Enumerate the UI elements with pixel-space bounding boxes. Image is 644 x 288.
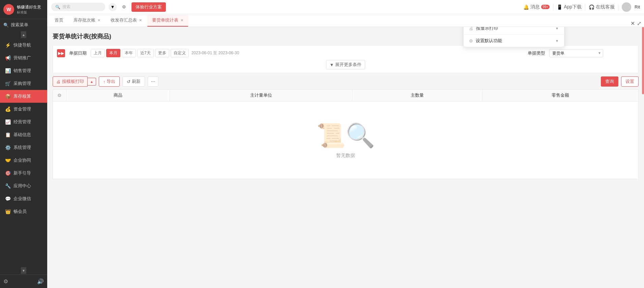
refresh-btn[interactable]: ↺ 刷新 [122, 76, 145, 87]
window-expand-btn[interactable]: ⤢ [637, 20, 641, 27]
tab-receivable-summary-label: 收发存汇总表 [111, 17, 137, 23]
scroll-down-btn[interactable]: ▼ [21, 267, 26, 274]
settings-btn[interactable]: 设置 [621, 76, 639, 87]
tab-home-label: 首页 [55, 17, 63, 23]
table-header-settings[interactable]: ⚙ [53, 90, 66, 101]
sidebar-scroll-down[interactable]: ▼ [0, 266, 47, 275]
date-btn-last-7days[interactable]: 近7天 [137, 49, 154, 57]
sidebar-nav: ⚡ 快捷导航 📢 营销推广 📊 销售管理 🛒 采购管理 📦 库存核算 💰 资金管… [0, 39, 47, 266]
sidebar-search[interactable]: 🔍 搜索菜单 [0, 19, 47, 31]
date-btn-last-month[interactable]: 上月 [91, 49, 105, 57]
sidebar-item-operations[interactable]: 📈 经营管理 [0, 116, 47, 128]
wechat-icon: 💬 [5, 196, 11, 202]
sidebar-item-inventory[interactable]: 📦 库存核算 [0, 90, 47, 103]
tab-order-stats-close[interactable]: ✕ [180, 18, 183, 23]
sidebar-item-wechat[interactable]: 💬 企业微信 [0, 192, 47, 205]
table-settings-icon[interactable]: ⚙ [57, 93, 62, 98]
more-btn[interactable]: ··· [148, 76, 158, 87]
tab-home[interactable]: 首页 [50, 14, 68, 27]
table-header-row: ⚙ 商品 主计量单位 主数量 零售金额 [53, 90, 639, 101]
date-btn-more[interactable]: 更多 [155, 49, 169, 57]
sidebar-item-collab[interactable]: 🤝 企业协同 [0, 154, 47, 167]
sound-footer-icon[interactable]: 🔊 [37, 278, 44, 285]
page-content: 要货单统计表(按商品) ▶▶ 单据日期 上月 本月 本年 近7天 更多 自定义 … [47, 27, 644, 288]
user-name[interactable]: Rit [635, 4, 640, 9]
print-main-icon: 🖨 [56, 79, 61, 84]
date-btn-custom[interactable]: 自定义 [171, 49, 189, 57]
print-main-btn[interactable]: 🖨 按模板打印 [53, 76, 88, 87]
topbar-search-icon: 🔍 [55, 5, 60, 9]
print-dropdown-default-section: ⚙ 设置默认功能 ▼ [464, 34, 564, 47]
tab-inventory-batch-close[interactable]: ✕ [97, 18, 100, 23]
query-btn[interactable]: 查询 [601, 76, 618, 87]
filter-bar: ▶▶ 单据日期 上月 本月 本年 近7天 更多 自定义 2023-06-01 至… [53, 45, 639, 73]
table-body: 📜🔍 暂无数据 [53, 101, 639, 179]
finance-icon: 💰 [5, 106, 11, 112]
export-btn[interactable]: ↑ 导出 [99, 76, 120, 87]
scroll-up-btn[interactable]: ▲ [21, 31, 26, 38]
sidebar-item-label: 企业微信 [13, 196, 31, 202]
topbar-dropdown-btn[interactable]: ▼ [109, 3, 117, 11]
sidebar-item-system[interactable]: ⚙️ 系统管理 [0, 141, 47, 154]
sidebar-item-vip[interactable]: 👑 畅会员 [0, 205, 47, 218]
quick-nav-icon: ⚡ [5, 42, 11, 48]
user-avatar[interactable] [622, 2, 631, 12]
tab-inventory-batch[interactable]: 库存批次账 ✕ [69, 14, 105, 27]
customer-service-wrap[interactable]: 🎧 在线客服 [589, 4, 615, 10]
sidebar-item-marketing[interactable]: 📢 营销推广 [0, 52, 47, 64]
print-arrow-btn[interactable]: ▲ [88, 78, 96, 86]
sidebar-item-finance[interactable]: 💰 资金管理 [0, 103, 47, 116]
settings-footer-icon[interactable]: ⚙ [3, 278, 8, 285]
trial-button[interactable]: 体验行业方案 [131, 2, 166, 12]
order-type-select-wrap: 要货单 ▼ [549, 49, 603, 57]
app-download-icon: 📱 [557, 4, 562, 10]
expand-more-btn[interactable]: ▼ 展开更多条件 [326, 60, 365, 69]
sidebar-item-label: 采购管理 [13, 81, 31, 87]
topbar-divider-2 [585, 4, 585, 10]
sales-icon: 📊 [5, 68, 11, 74]
date-btn-this-month[interactable]: 本月 [106, 49, 120, 57]
sidebar-logo: W 畅赚通好生意 标准版 [0, 0, 47, 19]
set-default-icon: ⚙ [469, 38, 473, 43]
topbar-search-box[interactable]: 🔍 搜索 [51, 3, 105, 11]
notification-icon-wrap[interactable]: 🔔 消息 99+ [523, 4, 550, 10]
sidebar-item-appstore[interactable]: 🔧 应用中心 [0, 180, 47, 192]
app-name: 畅赚通好生意 [17, 4, 41, 10]
search-icon: 🔍 [3, 23, 9, 28]
sidebar-item-sales[interactable]: 📊 销售管理 [0, 64, 47, 77]
sidebar-item-basic[interactable]: 📋 基础信息 [0, 128, 47, 141]
topbar-gear-icon[interactable]: ⚙ [120, 3, 128, 11]
app-download-wrap[interactable]: 📱 App下载 [557, 4, 582, 10]
sidebar-item-purchase[interactable]: 🛒 采购管理 [0, 77, 47, 90]
appstore-icon: 🔧 [5, 183, 11, 189]
sidebar-item-label: 畅会员 [13, 209, 27, 215]
window-close-btn[interactable]: ✕ [631, 20, 635, 27]
customer-service-label: 在线客服 [596, 4, 615, 10]
filter-row-1: ▶▶ 单据日期 上月 本月 本年 近7天 更多 自定义 2023-06-01 至… [57, 49, 634, 57]
expand-label: 展开更多条件 [335, 62, 361, 68]
tab-order-stats[interactable]: 要货单统计表 ✕ [147, 14, 188, 27]
right-scrollbar[interactable] [642, 27, 644, 94]
inventory-icon: 📦 [5, 93, 11, 99]
tab-receivable-summary[interactable]: 收发存汇总表 ✕ [106, 14, 147, 27]
app-download-label: App下载 [564, 4, 582, 10]
sidebar-item-quick-nav[interactable]: ⚡ 快捷导航 [0, 39, 47, 52]
sidebar-scroll-up[interactable]: ▲ [0, 31, 47, 39]
print-main-label: 按模板打印 [62, 78, 84, 85]
refresh-icon: ↺ [127, 79, 130, 84]
sidebar-item-guide[interactable]: 🎯 新手引导 [0, 167, 47, 180]
topbar-search-placeholder: 搜索 [62, 4, 70, 10]
set-default-item[interactable]: ⚙ 设置默认功能 ▼ [464, 35, 564, 47]
display-print-item[interactable]: 🖨 按显示打印 ▼ [464, 27, 564, 34]
sidebar-item-label: 销售管理 [13, 68, 31, 74]
date-btn-this-year[interactable]: 本年 [122, 49, 136, 57]
tab-receivable-summary-close[interactable]: ✕ [139, 18, 142, 23]
sidebar-item-label: 基础信息 [13, 132, 31, 138]
tabs-bar: 首页 库存批次账 ✕ 收发存汇总表 ✕ 要货单统计表 ✕ ✕ ⤢ [47, 14, 644, 27]
notification-badge: 99+ [541, 5, 550, 9]
sidebar-item-label: 企业协同 [13, 157, 31, 163]
filter-collapse-btn[interactable]: ▶▶ [57, 49, 65, 57]
table-header-unit: 主计量单位 [170, 90, 352, 101]
order-type-select[interactable]: 要货单 [549, 49, 603, 57]
print-btn-group: 🖨 按模板打印 ▲ [53, 76, 96, 87]
